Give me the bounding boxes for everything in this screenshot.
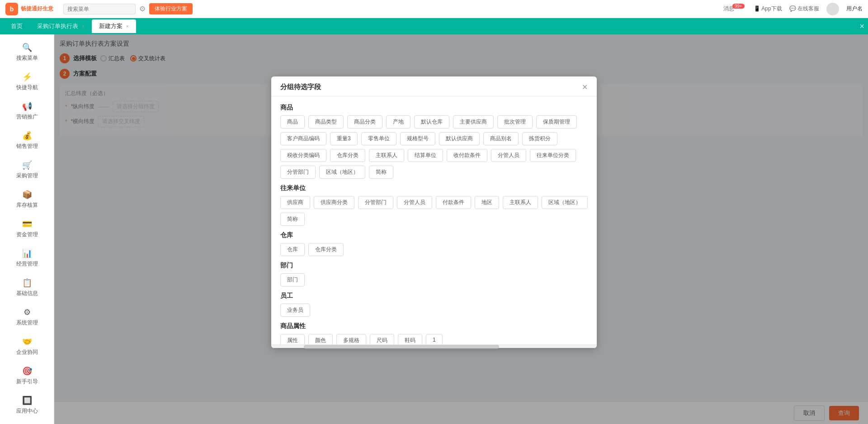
- tag-item-5-5[interactable]: 1: [426, 334, 443, 344]
- tag-grid-4: 业务员: [280, 304, 588, 317]
- modal-title: 分组待选字段: [280, 83, 321, 91]
- section-label-2: 仓库: [280, 231, 588, 239]
- tag-item-1-0[interactable]: 供应商: [280, 196, 310, 209]
- gear-icon: ⚙: [24, 307, 31, 317]
- tag-item-0-23[interactable]: 区域（地区）: [319, 166, 365, 179]
- horizontal-scrollbar[interactable]: [271, 344, 597, 348]
- tag-item-5-2[interactable]: 多规格: [336, 334, 366, 344]
- tag-item-0-20[interactable]: 分管人员: [491, 149, 526, 162]
- money-icon: 💰: [22, 131, 32, 141]
- user-avatar[interactable]: [826, 3, 839, 15]
- tab-purchase-order-close[interactable]: ×: [82, 24, 85, 29]
- sidebar-item-marketing[interactable]: 📢 营销推广: [0, 97, 54, 125]
- online-service-link[interactable]: 💬 在线客服: [789, 5, 819, 13]
- tag-item-0-3[interactable]: 产地: [386, 115, 410, 129]
- tag-item-0-22[interactable]: 分管部门: [280, 166, 316, 179]
- flash-icon: ⚡: [22, 72, 32, 82]
- section-label-3: 部门: [280, 262, 588, 270]
- tab-home[interactable]: 首页: [4, 19, 30, 33]
- section-label-4: 员工: [280, 292, 588, 300]
- sidebar-item-system[interactable]: ⚙ 系统管理: [0, 303, 54, 331]
- tab-new-plan-close[interactable]: ×: [126, 24, 129, 29]
- tag-item-0-13[interactable]: 商品别名: [483, 132, 519, 145]
- tag-item-0-5[interactable]: 主要供应商: [453, 115, 494, 129]
- message-link[interactable]: 消息99+: [723, 5, 746, 13]
- logo-text: 畅捷通好生意: [21, 5, 53, 13]
- tag-item-1-2[interactable]: 分管部门: [358, 196, 393, 209]
- tag-item-0-7[interactable]: 保质期管理: [536, 115, 577, 129]
- sidebar-item-coop[interactable]: 🤝 企业协同: [0, 332, 54, 361]
- tag-item-3-0[interactable]: 部门: [280, 273, 305, 286]
- section-label-1: 往来单位: [280, 184, 588, 192]
- logo-area: b 畅捷通好生意: [5, 3, 60, 15]
- scrollbar-thumb[interactable]: [304, 345, 499, 348]
- section-label-5: 商品属性: [280, 322, 588, 330]
- header-right: 消息99+ 📱 App下载 💬 在线客服 用户名: [723, 3, 863, 15]
- tag-item-1-8[interactable]: 简称: [280, 213, 305, 226]
- nav-tabs-bar: 首页 采购订单执行表 × 新建方案 × ×: [0, 18, 868, 34]
- tag-item-1-1[interactable]: 供应商分类: [314, 196, 354, 209]
- sidebar-item-inventory[interactable]: 📦 库存核算: [0, 185, 54, 214]
- tag-item-5-3[interactable]: 尺码: [370, 334, 394, 344]
- cart-icon: 🛒: [22, 160, 32, 170]
- tag-grid-1: 供应商供应商分类分管部门分管人员付款条件地区主联系人区域（地区）简称: [280, 196, 588, 226]
- tag-item-5-0[interactable]: 属性: [280, 334, 305, 344]
- sidebar-item-guide[interactable]: 🎯 新手引导: [0, 362, 54, 390]
- tag-item-2-0[interactable]: 仓库: [280, 243, 305, 256]
- sidebar-item-apps[interactable]: 🔲 应用中心: [0, 391, 54, 419]
- tab-purchase-order[interactable]: 采购订单执行表 ×: [30, 19, 92, 33]
- sidebar-item-operations[interactable]: 📊 经营管理: [0, 244, 54, 272]
- tag-item-0-9[interactable]: 重量3: [330, 132, 358, 145]
- clipboard-icon: 📋: [22, 278, 32, 288]
- search-input[interactable]: [63, 4, 136, 14]
- tag-item-1-6[interactable]: 主联系人: [503, 196, 538, 209]
- tag-item-1-7[interactable]: 区域（地区）: [542, 196, 588, 209]
- tag-item-0-6[interactable]: 批次管理: [497, 115, 533, 129]
- tag-item-1-4[interactable]: 付款条件: [436, 196, 471, 209]
- tag-item-0-4[interactable]: 默认仓库: [414, 115, 449, 129]
- sidebar-item-sales[interactable]: 💰 销售管理: [0, 126, 54, 155]
- settings-icon[interactable]: ⚙: [139, 5, 146, 13]
- target-icon: 🎯: [22, 366, 32, 376]
- card-icon: 💳: [22, 219, 32, 229]
- tag-item-0-10[interactable]: 零售单位: [361, 132, 396, 145]
- sidebar-item-quick-nav[interactable]: ⚡ 快捷导航: [0, 67, 54, 96]
- tag-item-0-21[interactable]: 往来单位分类: [530, 149, 576, 162]
- tag-item-1-3[interactable]: 分管人员: [397, 196, 432, 209]
- tag-grid-0: 商品商品类型商品分类产地默认仓库主要供应商批次管理保质期管理客户商品编码重量3零…: [280, 115, 588, 179]
- box-icon: 📦: [22, 190, 32, 200]
- tag-item-0-16[interactable]: 仓库分类: [330, 149, 365, 162]
- app-download-link[interactable]: 📱 App下载: [754, 5, 782, 13]
- chart-icon: 📊: [22, 248, 32, 258]
- tab-new-plan[interactable]: 新建方案 ×: [92, 19, 136, 33]
- tag-item-4-0[interactable]: 业务员: [280, 304, 310, 317]
- tag-item-0-8[interactable]: 客户商品编码: [280, 132, 326, 145]
- tag-item-2-1[interactable]: 仓库分类: [308, 243, 344, 256]
- sidebar-item-wechat[interactable]: 💬 企业微信: [0, 420, 54, 424]
- modal-header: 分组待选字段 ✕: [271, 76, 597, 96]
- close-all-tabs-button[interactable]: ×: [859, 22, 864, 31]
- tag-item-0-12[interactable]: 默认供应商: [439, 132, 480, 145]
- section-label-0: 商品: [280, 104, 588, 112]
- tag-item-0-14[interactable]: 拣货积分: [522, 132, 557, 145]
- sidebar-item-finance[interactable]: 💳 资金管理: [0, 214, 54, 243]
- tag-item-1-5[interactable]: 地区: [475, 196, 499, 209]
- tag-item-0-1[interactable]: 商品类型: [308, 115, 344, 129]
- search-icon: 🔍: [22, 43, 32, 52]
- tag-item-0-11[interactable]: 规格型号: [400, 132, 435, 145]
- tag-item-0-0[interactable]: 商品: [280, 115, 305, 129]
- tag-item-0-24[interactable]: 简称: [369, 166, 393, 179]
- sidebar-item-search[interactable]: 🔍 搜索菜单: [0, 38, 54, 67]
- tag-item-0-2[interactable]: 商品分类: [347, 115, 382, 129]
- experience-plan-button[interactable]: 体验行业方案: [149, 3, 193, 14]
- tag-item-0-18[interactable]: 结算单位: [408, 149, 443, 162]
- tag-item-0-17[interactable]: 主联系人: [369, 149, 404, 162]
- tag-item-0-19[interactable]: 收付款条件: [447, 149, 487, 162]
- logo-icon: b: [5, 3, 18, 15]
- modal-close-button[interactable]: ✕: [582, 83, 588, 91]
- tag-item-5-1[interactable]: 颜色: [308, 334, 333, 344]
- sidebar-item-basic[interactable]: 📋 基础信息: [0, 273, 54, 302]
- sidebar-item-purchase[interactable]: 🛒 采购管理: [0, 156, 54, 184]
- tag-item-5-4[interactable]: 鞋码: [398, 334, 422, 344]
- tag-item-0-15[interactable]: 税收分类编码: [280, 149, 326, 162]
